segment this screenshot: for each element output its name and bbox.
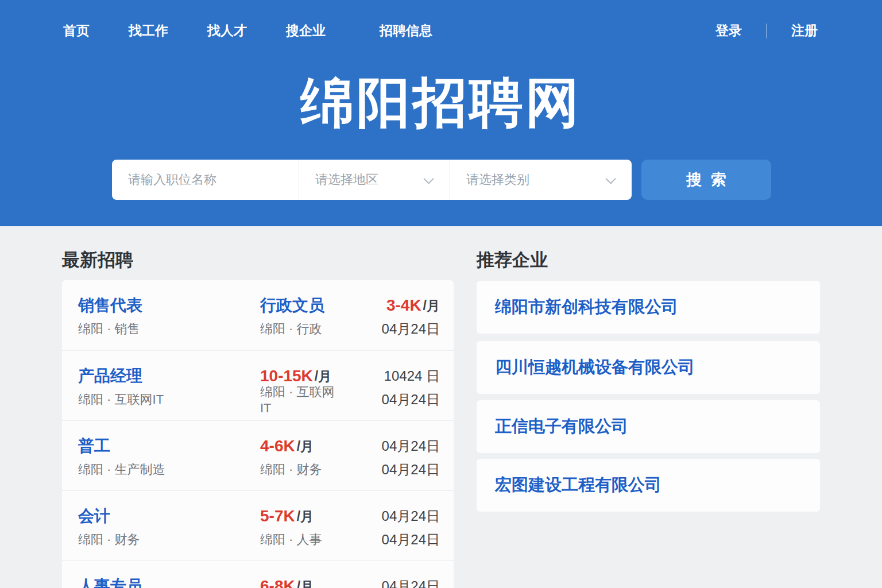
job-row: 销售代表 绵阳 · 销售 行政文员 绵阳 · 行政 3-4K /月 04月24日 (62, 280, 454, 350)
job-cell: 行政文员 绵阳 · 行政 (260, 295, 342, 350)
date-cell: 04月24日 04月24日 (342, 506, 440, 560)
job-row: 普工 绵阳 · 生产制造 4-6K /月 绵阳 · 财务 04月24日 04月2… (62, 420, 454, 490)
post-date: 04月24日 (382, 531, 440, 549)
company-name-link[interactable]: 四川恒越机械设备有限公司 (495, 356, 695, 379)
salary-amount: 4-6K (260, 437, 295, 455)
job-cell: 普工 绵阳 · 生产制造 (78, 436, 260, 490)
salary-unit: /月 (297, 508, 314, 525)
salary-cell: 5-7K /月 绵阳 · 人事 (260, 506, 342, 560)
salary-cell: 4-6K /月 绵阳 · 财务 (260, 436, 342, 490)
date-cell: 04月24日 04月24日 (342, 436, 440, 490)
recruitment-homepage: 首页 找工作 找人才 搜企业 招聘信息 登录 注册 绵阳招聘网 请选择地区 请选… (0, 0, 882, 588)
job-title-link[interactable]: 人事专员 (78, 575, 142, 588)
post-date: 10424 日 (384, 367, 440, 385)
search-button[interactable]: 搜索 (641, 160, 771, 200)
job-cell: 产品经理 绵阳 · 互联网IT (78, 366, 260, 420)
company-card[interactable]: 正信电子有限公司 (477, 400, 820, 453)
salary-cell: 6-8K /月 (260, 576, 342, 588)
company-card[interactable]: 四川恒越机械设备有限公司 (477, 341, 820, 394)
salary-amount: 6-8K (260, 577, 295, 588)
salary-date-cell: 3-4K /月 04月24日 (342, 295, 440, 350)
login-link[interactable]: 登录 (715, 22, 742, 40)
auth-nav: 登录 注册 (715, 22, 818, 40)
job-meta: 绵阳 · 互联网IT (260, 384, 342, 416)
main-nav: 首页 找工作 找人才 搜企业 招聘信息 (63, 22, 432, 40)
job-meta: 绵阳 · 互联网IT (78, 391, 164, 408)
post-date: 04月24日 (382, 320, 440, 338)
region-select[interactable]: 请选择地区 (299, 171, 450, 188)
salary-amount: 3-4K (386, 296, 421, 315)
salary-unit: /月 (423, 297, 440, 315)
post-date: 04月24日 (382, 461, 440, 479)
job-row: 会计 绵阳 · 财务 5-7K /月 绵阳 · 人事 04月24日 04月24日 (62, 490, 454, 560)
recommended-companies-heading: 推荐企业 (477, 248, 548, 272)
post-date: 04月24日 (382, 577, 440, 588)
job-meta: 绵阳 · 行政 (260, 320, 322, 338)
job-cell: 会计 绵阳 · 财务 (78, 506, 260, 560)
company-name-link[interactable]: 宏图建设工程有限公司 (495, 474, 662, 497)
job-title-link[interactable]: 销售代表 (78, 295, 142, 316)
category-segment: 请选择类别 (450, 160, 632, 200)
date-cell: 10424 日 04月24日 (342, 366, 440, 420)
company-card[interactable]: 绵阳市新创科技有限公司 (477, 281, 820, 334)
job-row: 人事专员 6-8K /月 04月24日 (62, 560, 454, 588)
company-name-link[interactable]: 正信电子有限公司 (495, 415, 628, 438)
nav-item-home[interactable]: 首页 (63, 22, 90, 40)
salary-unit: /月 (297, 438, 314, 455)
category-select[interactable]: 请选择类别 (450, 171, 632, 188)
salary-amount: 10-15K (260, 367, 313, 385)
nav-item-find-jobs[interactable]: 找工作 (129, 22, 168, 40)
nav-item-find-talent[interactable]: 找人才 (207, 22, 247, 40)
job-title-link[interactable]: 会计 (78, 505, 110, 527)
post-date: 04月24日 (382, 507, 440, 525)
latest-jobs-panel: 销售代表 绵阳 · 销售 行政文员 绵阳 · 行政 3-4K /月 04月24日… (62, 280, 454, 588)
job-meta: 绵阳 · 人事 (260, 531, 322, 548)
job-meta: 绵阳 · 财务 (260, 461, 322, 478)
post-date: 04月24日 (382, 390, 440, 409)
job-title-link[interactable]: 行政文员 (260, 295, 324, 316)
company-name-link[interactable]: 绵阳市新创科技有限公司 (495, 296, 678, 319)
job-keyword-input[interactable] (112, 160, 299, 200)
job-title-link[interactable]: 普工 (78, 435, 110, 457)
job-meta: 绵阳 · 生产制造 (78, 461, 165, 478)
job-row: 产品经理 绵阳 · 互联网IT 10-15K /月 绵阳 · 互联网IT 104… (62, 350, 454, 420)
nav-item-recruitment-info[interactable]: 招聘信息 (380, 22, 432, 40)
salary-unit: /月 (297, 578, 314, 588)
search-bar: 请选择地区 请选择类别 (112, 160, 632, 200)
keyword-segment (112, 160, 299, 200)
region-segment: 请选择地区 (299, 160, 450, 200)
post-date: 04月24日 (382, 437, 440, 455)
site-title: 绵阳招聘网 (0, 67, 882, 140)
job-cell: 销售代表 绵阳 · 销售 (78, 295, 260, 350)
salary-amount: 5-7K (260, 507, 295, 525)
job-title-link[interactable]: 产品经理 (78, 365, 142, 387)
job-meta: 绵阳 · 财务 (78, 531, 140, 548)
register-link[interactable]: 注册 (791, 22, 818, 40)
salary-cell: 10-15K /月 绵阳 · 互联网IT (260, 366, 342, 420)
date-cell: 04月24日 (342, 576, 440, 588)
nav-divider (766, 24, 767, 38)
hero-header: 首页 找工作 找人才 搜企业 招聘信息 登录 注册 绵阳招聘网 请选择地区 请选… (0, 0, 882, 226)
job-cell: 人事专员 (78, 576, 260, 588)
nav-item-search-companies[interactable]: 搜企业 (286, 22, 326, 40)
job-meta: 绵阳 · 销售 (78, 320, 140, 338)
latest-jobs-heading: 最新招聘 (62, 248, 133, 272)
salary-unit: /月 (315, 368, 331, 385)
company-card[interactable]: 宏图建设工程有限公司 (477, 459, 820, 512)
